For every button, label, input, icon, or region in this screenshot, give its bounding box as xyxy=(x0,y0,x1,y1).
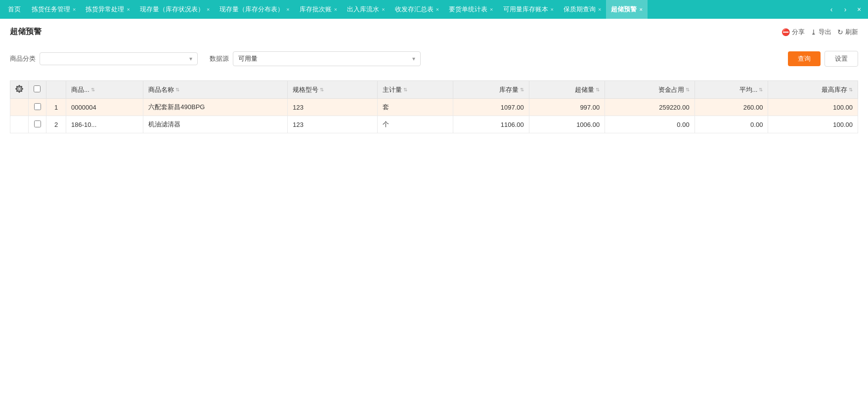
col-unit-header[interactable]: 主计量 ⇅ xyxy=(377,81,453,99)
tab-order-stats[interactable]: 要货单统计表 × xyxy=(444,0,498,19)
sort-icon: ⇅ xyxy=(320,87,324,92)
filter-group-category: 商品分类 ▾ xyxy=(10,52,198,65)
col-stock-label: 库存量 xyxy=(499,85,519,94)
row-check-cell[interactable] xyxy=(29,116,46,133)
select-all-checkbox[interactable] xyxy=(34,85,41,92)
nav-next-button[interactable]: › xyxy=(838,0,852,19)
tab-inventory-status[interactable]: 现存量（库存状况表） × xyxy=(135,0,215,19)
close-icon[interactable]: × xyxy=(598,6,601,12)
nav-home-label: 首页 xyxy=(8,5,21,14)
col-capital-header[interactable]: 资金占用 ⇅ xyxy=(605,81,695,99)
chevron-down-icon: ▾ xyxy=(189,55,192,62)
col-num-header xyxy=(46,81,66,99)
row-name: 机油滤清器 xyxy=(143,116,288,133)
export-button[interactable]: ⤓ 导出 xyxy=(811,28,831,37)
row-gear-cell xyxy=(10,99,29,116)
row-avg: 0.00 xyxy=(694,116,768,133)
data-table: 商品... ⇅ 商品名称 ⇅ 规格型号 ⇅ xyxy=(10,80,858,133)
filter-actions: 查询 设置 xyxy=(788,51,858,67)
nav-prev-button[interactable]: ‹ xyxy=(825,0,838,19)
col-code-header[interactable]: 商品... ⇅ xyxy=(66,81,143,99)
close-icon[interactable]: × xyxy=(127,6,130,12)
row-checkbox[interactable] xyxy=(34,120,41,127)
tab-inventory-dist[interactable]: 现存量（库存分布表） × xyxy=(215,0,294,19)
col-check-header[interactable] xyxy=(29,81,46,99)
sort-icon: ⇅ xyxy=(175,87,179,92)
sort-icon: ⇅ xyxy=(759,87,763,92)
row-check-cell[interactable] xyxy=(29,99,46,116)
query-button[interactable]: 查询 xyxy=(788,51,821,66)
share-button[interactable]: ⛔ 分享 xyxy=(781,28,805,37)
category-select[interactable]: ▾ xyxy=(40,52,198,65)
row-capital: 259220.00 xyxy=(605,99,695,116)
settings-button[interactable]: 设置 xyxy=(825,51,858,67)
col-avg-sort[interactable]: 平均... ⇅ xyxy=(739,85,763,94)
tab-summary[interactable]: 收发存汇总表 × xyxy=(390,0,444,19)
close-icon[interactable]: × xyxy=(73,6,76,12)
tab-label: 拣货任务管理 xyxy=(32,5,70,14)
col-over-header[interactable]: 超储量 ⇅ xyxy=(529,81,605,99)
filter-group-datasource: 数据源 可用量 ▾ xyxy=(210,51,421,66)
close-icon[interactable]: × xyxy=(436,6,439,12)
col-code-sort[interactable]: 商品... ⇅ xyxy=(71,85,95,94)
row-checkbox[interactable] xyxy=(34,103,41,110)
close-icon[interactable]: × xyxy=(639,6,642,12)
nav-close-all-button[interactable]: × xyxy=(852,0,866,19)
row-over: 1006.00 xyxy=(529,116,605,133)
refresh-label: 刷新 xyxy=(845,28,858,37)
col-name-header[interactable]: 商品名称 ⇅ xyxy=(143,81,288,99)
page-actions: ⛔ 分享 ⤓ 导出 ↻ 刷新 xyxy=(781,28,858,37)
row-stock: 1097.00 xyxy=(453,99,529,116)
nav-home[interactable]: 首页 xyxy=(2,0,27,19)
row-capital: 0.00 xyxy=(605,116,695,133)
col-maxstock-header[interactable]: 最高库存 ⇅ xyxy=(768,81,858,99)
nav-bar: 首页 拣货任务管理 × 拣货异常处理 × 现存量（库存状况表） × 现存量（库存… xyxy=(0,0,868,19)
close-icon[interactable]: × xyxy=(551,6,554,12)
tab-available-book[interactable]: 可用量库存账本 × xyxy=(498,0,559,19)
close-icon[interactable]: × xyxy=(382,6,385,12)
col-capital-sort[interactable]: 资金占用 ⇅ xyxy=(658,85,690,94)
col-avg-label: 平均... xyxy=(739,85,758,94)
tab-inventory-batch[interactable]: 库存批次账 × xyxy=(295,0,342,19)
col-over-label: 超储量 xyxy=(575,85,594,94)
close-icon[interactable]: × xyxy=(207,6,210,12)
tab-overstock-warning[interactable]: 超储预警 × xyxy=(606,0,647,19)
row-gear-cell xyxy=(10,116,29,133)
datasource-select[interactable]: 可用量 ▾ xyxy=(233,51,421,66)
tab-inout-flow[interactable]: 出入库流水 × xyxy=(342,0,390,19)
tab-pickers-exception[interactable]: 拣货异常处理 × xyxy=(81,0,134,19)
col-maxstock-sort[interactable]: 最高库存 ⇅ xyxy=(822,85,853,94)
datasource-value: 可用量 xyxy=(238,54,258,63)
refresh-button[interactable]: ↻ 刷新 xyxy=(837,28,858,37)
tab-label: 超储预警 xyxy=(611,5,637,14)
sort-icon: ⇅ xyxy=(849,87,853,92)
datasource-label: 数据源 xyxy=(210,54,229,63)
sort-icon: ⇅ xyxy=(403,87,407,92)
close-icon[interactable]: × xyxy=(334,6,337,12)
table-header-row: 商品... ⇅ 商品名称 ⇅ 规格型号 ⇅ xyxy=(10,81,858,99)
close-icon[interactable]: × xyxy=(286,6,289,12)
col-stock-header[interactable]: 库存量 ⇅ xyxy=(453,81,529,99)
tab-label: 收发存汇总表 xyxy=(395,5,434,14)
row-code: 186-10... xyxy=(66,116,143,133)
tab-expiry-query[interactable]: 保质期查询 × xyxy=(559,0,606,19)
col-avg-header[interactable]: 平均... ⇅ xyxy=(694,81,768,99)
col-unit-sort[interactable]: 主计量 ⇅ xyxy=(383,85,407,94)
chevron-down-icon: ▾ xyxy=(412,55,415,62)
close-icon[interactable]: × xyxy=(490,6,493,12)
tab-label: 库存批次账 xyxy=(300,5,332,14)
category-label: 商品分类 xyxy=(10,54,36,63)
col-over-sort[interactable]: 超储量 ⇅ xyxy=(575,85,600,94)
share-icon: ⛔ xyxy=(781,28,790,36)
row-spec: 123 xyxy=(288,99,378,116)
col-name-sort[interactable]: 商品名称 ⇅ xyxy=(148,85,179,94)
export-icon: ⤓ xyxy=(811,28,817,36)
tab-pickers-task[interactable]: 拣货任务管理 × xyxy=(27,0,81,19)
row-over: 997.00 xyxy=(529,99,605,116)
gear-icon[interactable] xyxy=(15,85,23,93)
col-spec-header[interactable]: 规格型号 ⇅ xyxy=(288,81,378,99)
row-code: 0000004 xyxy=(66,99,143,116)
col-stock-sort[interactable]: 库存量 ⇅ xyxy=(499,85,524,94)
col-spec-sort[interactable]: 规格型号 ⇅ xyxy=(293,85,324,94)
row-number: 1 xyxy=(46,99,66,116)
